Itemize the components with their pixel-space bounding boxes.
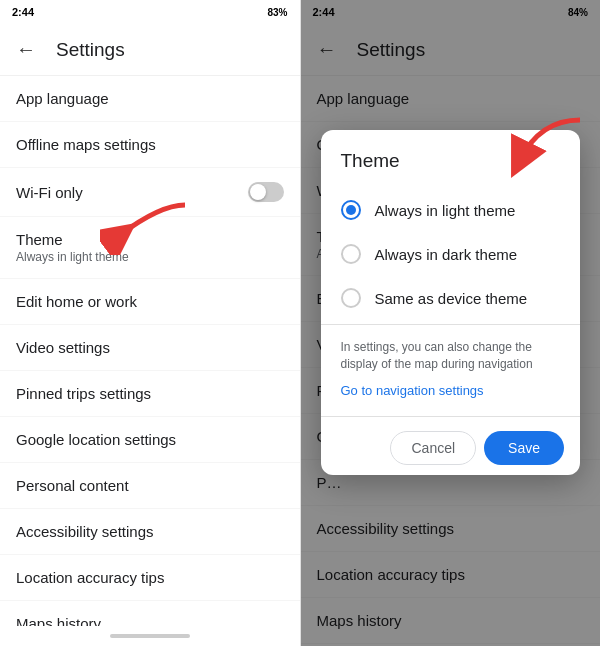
radio-option-light[interactable]: Always in light theme (321, 188, 581, 232)
cancel-button[interactable]: Cancel (390, 431, 476, 465)
left-status-bar: 2:44 83% (0, 0, 300, 24)
left-page-title: Settings (56, 39, 125, 61)
radio-device-circle[interactable] (341, 288, 361, 308)
left-settings-item-theme[interactable]: Theme Always in light theme (0, 217, 300, 279)
left-settings-item-edit-home-work[interactable]: Edit home or work (0, 279, 300, 325)
left-back-button[interactable]: ← (16, 38, 36, 61)
dialog-divider-1 (321, 324, 581, 325)
radio-light-label: Always in light theme (375, 202, 516, 219)
left-battery: 83% (267, 7, 287, 18)
left-settings-item-video-settings[interactable]: Video settings (0, 325, 300, 371)
left-settings-item-google-location[interactable]: Google location settings (0, 417, 300, 463)
dialog-divider-2 (321, 416, 581, 417)
left-home-bar (110, 634, 190, 638)
left-settings-item-pinned-trips[interactable]: Pinned trips settings (0, 371, 300, 417)
left-settings-item-personal-content[interactable]: Personal content (0, 463, 300, 509)
left-item-title-accessibility: Accessibility settings (16, 523, 284, 540)
save-button[interactable]: Save (484, 431, 564, 465)
navigation-settings-link[interactable]: Go to navigation settings (321, 379, 581, 412)
radio-option-dark[interactable]: Always in dark theme (321, 232, 581, 276)
left-item-title-app-language: App language (16, 90, 284, 107)
left-header: ← Settings (0, 24, 300, 76)
left-item-title-personal-content: Personal content (16, 477, 284, 494)
radio-dark-label: Always in dark theme (375, 246, 518, 263)
theme-dialog: Theme Always in light theme Always in da… (321, 130, 581, 475)
left-settings-item-maps-history[interactable]: Maps history (0, 601, 300, 626)
left-item-title-edit-home-work: Edit home or work (16, 293, 284, 310)
left-time: 2:44 (12, 6, 34, 18)
dialog-title: Theme (321, 150, 581, 188)
left-item-title-video-settings: Video settings (16, 339, 284, 356)
wifi-toggle[interactable] (248, 182, 284, 202)
left-settings-list: App languageOffline maps settings Wi-Fi … (0, 76, 300, 626)
left-settings-item-wifi-only[interactable]: Wi-Fi only (0, 168, 300, 217)
left-item-title-offline-maps: Offline maps settings (16, 136, 284, 153)
right-panel: 2:44 84% ← Settings App languageOffline … (301, 0, 601, 646)
left-item-title-pinned-trips: Pinned trips settings (16, 385, 284, 402)
left-settings-item-offline-maps[interactable]: Offline maps settings (0, 122, 300, 168)
left-item-title-location-accuracy: Location accuracy tips (16, 569, 284, 586)
left-panel: 2:44 83% ← Settings App languageOffline … (0, 0, 300, 646)
left-item-title-wifi-only: Wi-Fi only (16, 184, 83, 201)
left-item-title-theme: Theme (16, 231, 284, 248)
left-item-subtitle-theme: Always in light theme (16, 250, 284, 264)
left-settings-item-location-accuracy[interactable]: Location accuracy tips (0, 555, 300, 601)
dialog-info-text: In settings, you can also change the dis… (321, 329, 581, 379)
left-settings-item-accessibility[interactable]: Accessibility settings (0, 509, 300, 555)
left-item-title-google-location: Google location settings (16, 431, 284, 448)
left-item-title-maps-history: Maps history (16, 615, 284, 626)
left-settings-item-app-language[interactable]: App language (0, 76, 300, 122)
radio-device-label: Same as device theme (375, 290, 528, 307)
left-home-indicator (0, 626, 300, 646)
radio-dark-circle[interactable] (341, 244, 361, 264)
radio-option-device[interactable]: Same as device theme (321, 276, 581, 320)
dialog-buttons: Cancel Save (321, 421, 581, 475)
radio-light-circle[interactable] (341, 200, 361, 220)
